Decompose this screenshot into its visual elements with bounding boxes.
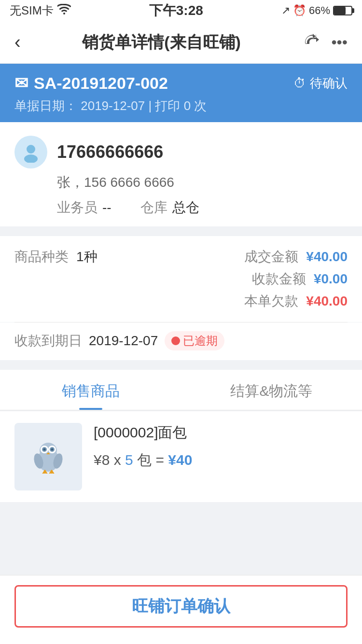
order-status: ⏱ 待确认 bbox=[293, 75, 348, 92]
amount-value: ¥40.00 bbox=[306, 249, 348, 265]
svg-point-1 bbox=[24, 154, 38, 163]
product-card: [0000002]面包 ¥8 x 5 包 = ¥40 bbox=[14, 423, 348, 490]
confirm-button[interactable]: 旺铺订单确认 bbox=[14, 585, 348, 628]
nav-bar: ‹ 销货单详情(来自旺铺) ••• bbox=[0, 21, 362, 64]
avatar bbox=[14, 136, 47, 168]
back-button[interactable]: ‹ bbox=[14, 32, 21, 53]
payment-label: 收款金额 bbox=[252, 270, 306, 288]
order-date-row: 单据日期： 2019-12-07 | 打印 0 次 bbox=[14, 98, 348, 114]
clock-icon: ⏱ bbox=[293, 76, 306, 91]
multiply-sign: x bbox=[114, 452, 125, 468]
tab-sales-label: 销售商品 bbox=[62, 383, 120, 399]
product-name: [0000002]面包 bbox=[94, 423, 348, 443]
stats-section: 商品种类 1种 成交金额 ¥40.00 收款金额 ¥0.00 本单欠款 ¥40.… bbox=[0, 236, 362, 322]
warehouse-info: 仓库 总仓 bbox=[140, 198, 199, 217]
location-icon: ↗ bbox=[281, 4, 290, 17]
tab-settlement[interactable]: 结算&物流等 bbox=[181, 370, 362, 410]
product-unit-price: ¥8 bbox=[94, 452, 110, 468]
date-label: 单据日期： bbox=[14, 98, 77, 113]
divider-1 bbox=[0, 226, 362, 236]
bottom-area: 旺铺订单确认 bbox=[0, 575, 362, 644]
category-label: 商品种类 bbox=[14, 248, 69, 266]
status-time: 下午3:28 bbox=[149, 1, 203, 20]
due-date: 2019-12-07 bbox=[89, 333, 158, 349]
order-date: 2019-12-07 bbox=[81, 98, 145, 113]
svg-point-0 bbox=[27, 145, 35, 154]
battery-pct: 66% bbox=[309, 4, 330, 17]
order-id-row: ✉ SA-20191207-002 bbox=[14, 73, 168, 93]
tabs-row: 销售商品 结算&物流等 bbox=[0, 370, 362, 410]
share-icon[interactable] bbox=[302, 32, 320, 53]
order-envelope-icon: ✉ bbox=[14, 73, 28, 93]
print-label: | 打印 bbox=[148, 98, 180, 113]
salesperson-value: -- bbox=[102, 200, 111, 215]
overdue-text: 已逾期 bbox=[183, 333, 218, 349]
more-icon[interactable]: ••• bbox=[331, 33, 348, 51]
battery-icon bbox=[333, 6, 352, 15]
balance-row: 本单欠款 ¥40.00 bbox=[244, 292, 348, 310]
salesperson-label: 业务员 bbox=[57, 198, 97, 217]
product-total: ¥40 bbox=[168, 452, 192, 468]
status-left: 无SIM卡 bbox=[10, 3, 71, 18]
no-sim-text: 无SIM卡 bbox=[10, 3, 54, 18]
salesperson-info: 业务员 -- bbox=[57, 198, 111, 217]
stats-right: 成交金额 ¥40.00 收款金额 ¥0.00 本单欠款 ¥40.00 bbox=[244, 248, 348, 310]
print-count: 0 bbox=[184, 98, 191, 113]
category-value: 1种 bbox=[76, 248, 97, 266]
overdue-badge: 已逾期 bbox=[165, 331, 224, 350]
amount-label: 成交金额 bbox=[244, 248, 298, 266]
overdue-dot-icon bbox=[171, 336, 180, 345]
customer-meta: 业务员 -- 仓库 总仓 bbox=[57, 198, 348, 217]
payment-row: 收款金额 ¥0.00 bbox=[252, 270, 348, 288]
equals-sign: = bbox=[155, 452, 168, 468]
tab-settlement-label: 结算&物流等 bbox=[230, 383, 312, 399]
product-thumbnail bbox=[14, 423, 82, 490]
wifi-icon bbox=[57, 4, 71, 17]
status-right: ↗ ⏰ 66% bbox=[281, 4, 352, 17]
product-section: [0000002]面包 ¥8 x 5 包 = ¥40 bbox=[0, 411, 362, 502]
nav-actions: ••• bbox=[302, 32, 348, 53]
balance-label: 本单欠款 bbox=[244, 292, 298, 310]
balance-value: ¥40.00 bbox=[306, 294, 348, 309]
customer-row: 17666666666 bbox=[14, 136, 348, 168]
stats-left: 商品种类 1种 bbox=[14, 248, 244, 266]
status-bar: 无SIM卡 下午3:28 ↗ ⏰ 66% bbox=[0, 0, 362, 21]
due-date-section: 收款到期日 2019-12-07 已逾期 bbox=[0, 322, 362, 360]
print-unit: 次 bbox=[194, 98, 207, 113]
tabs-section: 销售商品 结算&物流等 bbox=[0, 370, 362, 410]
customer-phone: 17666666666 bbox=[57, 142, 163, 162]
divider-2 bbox=[0, 360, 362, 370]
product-quantity: 5 bbox=[125, 452, 133, 468]
alarm-icon: ⏰ bbox=[293, 4, 306, 17]
payment-value: ¥0.00 bbox=[314, 271, 348, 287]
product-unit: 包 bbox=[137, 452, 152, 468]
order-id: SA-20191207-002 bbox=[34, 74, 168, 93]
status-text: 待确认 bbox=[310, 75, 348, 92]
warehouse-label: 仓库 bbox=[140, 198, 167, 217]
product-title: 面包 bbox=[158, 424, 187, 440]
product-info: [0000002]面包 ¥8 x 5 包 = ¥40 bbox=[94, 423, 348, 470]
svg-point-9 bbox=[51, 448, 54, 451]
svg-point-6 bbox=[43, 448, 46, 451]
customer-section: 17666666666 张，156 6666 6666 业务员 -- 仓库 总仓 bbox=[0, 122, 362, 226]
product-code: [0000002] bbox=[94, 424, 158, 440]
banner-top: ✉ SA-20191207-002 ⏱ 待确认 bbox=[14, 73, 348, 93]
page-title: 销货单详情(来自旺铺) bbox=[82, 31, 241, 54]
due-label: 收款到期日 bbox=[14, 332, 82, 350]
customer-name: 张，156 6666 6666 bbox=[57, 173, 348, 192]
header-banner: ✉ SA-20191207-002 ⏱ 待确认 单据日期： 2019-12-07… bbox=[0, 64, 362, 122]
warehouse-value: 总仓 bbox=[172, 198, 199, 217]
product-price: ¥8 x 5 包 = ¥40 bbox=[94, 450, 348, 470]
tab-sales-products[interactable]: 销售商品 bbox=[0, 370, 181, 410]
amount-row: 成交金额 ¥40.00 bbox=[244, 248, 348, 266]
